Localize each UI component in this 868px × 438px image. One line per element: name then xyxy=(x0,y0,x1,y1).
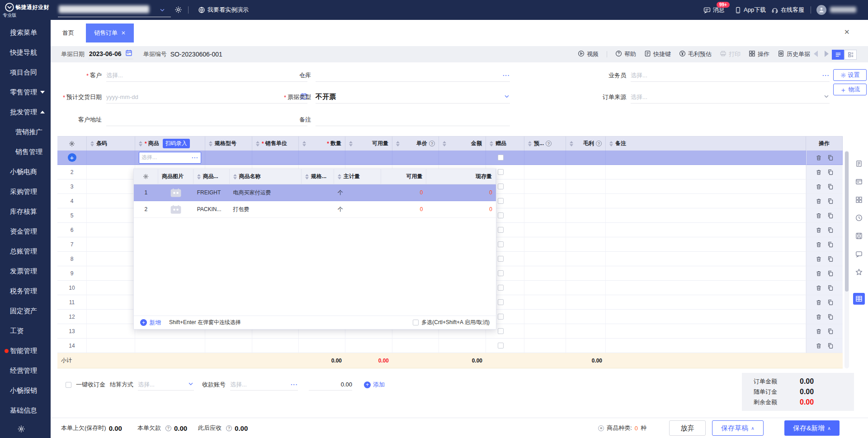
demo-link[interactable]: 我要看实例演示 xyxy=(198,6,249,14)
delete-row-icon[interactable] xyxy=(816,299,822,306)
copy-row-icon[interactable] xyxy=(827,270,834,277)
card-tool-icon[interactable] xyxy=(854,176,864,187)
scrollbar-thumb[interactable] xyxy=(845,151,849,292)
chat-tool-icon[interactable] xyxy=(854,249,864,259)
delete-row-icon[interactable] xyxy=(816,256,822,262)
avatar[interactable] xyxy=(816,5,826,15)
picker-dots-icon[interactable]: ··· xyxy=(822,72,830,79)
view-card-toggle[interactable] xyxy=(844,50,857,60)
add-row-button[interactable]: + xyxy=(68,153,76,162)
copy-row-icon[interactable] xyxy=(827,343,834,349)
gift-checkbox[interactable] xyxy=(498,198,504,204)
sidebar-item-11[interactable]: 总账管理 xyxy=(0,246,51,257)
gift-checkbox[interactable] xyxy=(498,227,504,233)
column-header[interactable]: 可用量 xyxy=(345,136,392,151)
sidebar-item-7[interactable]: 小畅电商 xyxy=(0,166,51,177)
delete-row-icon[interactable] xyxy=(816,328,822,334)
picker-dots-icon[interactable]: ··· xyxy=(503,72,510,79)
tab-home[interactable]: 首页 xyxy=(57,24,80,42)
grid-row-14[interactable]: 14 xyxy=(57,339,843,353)
gift-checkbox[interactable] xyxy=(498,270,504,276)
sidebar-item-10[interactable]: 资金管理 xyxy=(0,226,51,237)
close-panel-icon[interactable]: ✕ xyxy=(844,28,850,36)
action-play[interactable]: 视频 xyxy=(578,50,599,58)
popup-column-header[interactable]: 商品... xyxy=(193,169,230,184)
gift-checkbox[interactable] xyxy=(498,328,504,334)
delete-row-icon[interactable] xyxy=(816,314,822,320)
delete-row-icon[interactable] xyxy=(816,343,822,349)
sidebar-gear-icon[interactable] xyxy=(17,425,25,434)
delete-row-icon[interactable] xyxy=(816,285,822,291)
sidebar-item-19[interactable]: 基础信息 xyxy=(0,405,51,416)
copy-row-icon[interactable] xyxy=(827,299,834,306)
info-icon[interactable]: ? xyxy=(596,141,602,146)
copy-row-icon[interactable] xyxy=(827,314,834,320)
chevron-down-icon[interactable] xyxy=(823,93,830,101)
account-select[interactable]: 选择...··· xyxy=(230,379,298,391)
sort-icon[interactable] xyxy=(139,141,142,146)
sort-icon[interactable] xyxy=(209,141,212,146)
popup-product-row-1[interactable]: 1 FREIGHT 电商买家付运费 个 0 0 xyxy=(134,184,496,201)
sort-icon[interactable] xyxy=(302,141,306,146)
settings-button[interactable]: 设置 xyxy=(833,69,867,81)
sort-icon[interactable] xyxy=(349,141,353,146)
delete-row-icon[interactable] xyxy=(816,270,822,277)
popup-multiselect[interactable]: 多选(Crtl+Shift+A 启用/取消) xyxy=(413,319,490,326)
info-icon[interactable]: ? xyxy=(226,425,232,431)
sort-icon[interactable] xyxy=(570,141,573,146)
sidebar-item-5[interactable]: 营销推广 xyxy=(0,127,51,137)
deposit-amount-input[interactable]: 0.00 xyxy=(309,379,352,391)
quick-deposit-checkbox[interactable] xyxy=(66,382,71,388)
column-header[interactable]: 单价? xyxy=(392,136,439,151)
column-header[interactable]: 备注 xyxy=(606,136,806,151)
product-input[interactable]: 选择...··· xyxy=(139,152,201,164)
chevron-down-icon[interactable] xyxy=(504,93,510,101)
doc-date-picker[interactable]: 2023-06-06 xyxy=(88,49,133,59)
sidebar-item-15[interactable]: 工资 xyxy=(0,325,51,336)
salesman-input[interactable]: 选择...··· xyxy=(631,69,830,82)
sort-icon[interactable] xyxy=(305,174,309,179)
sidebar-item-1[interactable]: 快捷导航 xyxy=(0,47,51,58)
copy-row-icon[interactable] xyxy=(827,328,834,334)
sidebar-item-12[interactable]: 发票管理 xyxy=(0,266,51,277)
delete-row-icon[interactable] xyxy=(816,169,822,175)
online-service-button[interactable]: 在线客服 xyxy=(771,6,804,14)
topbar-gear-icon[interactable] xyxy=(175,6,182,15)
grid-row-1[interactable]: +选择...··· xyxy=(57,151,843,165)
scan-entry-button[interactable]: 扫码录入 xyxy=(163,139,190,148)
info-icon[interactable]: ? xyxy=(165,425,171,431)
copy-row-icon[interactable] xyxy=(827,155,834,161)
column-header[interactable]: 预...? xyxy=(524,136,566,151)
delete-row-icon[interactable] xyxy=(816,227,822,233)
chevron-down-icon[interactable] xyxy=(188,381,194,388)
grid-column-settings-gear-icon[interactable] xyxy=(57,136,87,151)
info-icon[interactable]: ? xyxy=(546,141,552,146)
popup-column-header[interactable]: 商品名称 xyxy=(230,169,302,184)
gift-checkbox[interactable] xyxy=(498,314,504,320)
popup-column-header[interactable]: 主计量 xyxy=(334,169,381,184)
doc-tool-icon[interactable] xyxy=(854,158,864,169)
copy-row-icon[interactable] xyxy=(827,169,834,175)
save-draft-button[interactable]: 保存草稿∧ xyxy=(712,420,764,436)
column-header[interactable]: *商品扫码录入 xyxy=(135,136,205,151)
settle-method-select[interactable]: 选择... xyxy=(138,379,194,391)
action-history[interactable]: 历史单据 xyxy=(778,50,810,58)
popup-settings-gear-icon[interactable] xyxy=(134,169,158,184)
order-source-select[interactable]: 选择... xyxy=(631,91,830,104)
gift-checkbox[interactable] xyxy=(498,184,504,189)
sort-icon[interactable] xyxy=(338,174,341,179)
copy-row-icon[interactable] xyxy=(827,212,834,219)
action-yen[interactable]: 毛利预估 xyxy=(679,50,712,58)
sidebar-item-3[interactable]: 零售管理 xyxy=(0,87,51,98)
sidebar-item-17[interactable]: 经营管理 xyxy=(0,365,51,376)
favorite-star-icon[interactable] xyxy=(854,267,864,278)
gift-checkbox[interactable] xyxy=(498,299,504,305)
app-download-button[interactable]: App下载 xyxy=(735,6,766,14)
history-tool-icon[interactable] xyxy=(854,212,864,223)
gift-checkbox[interactable] xyxy=(498,155,504,160)
active-table-tool-icon[interactable] xyxy=(853,293,865,305)
sidebar-item-9[interactable]: 库存核算 xyxy=(0,206,51,217)
delete-row-icon[interactable] xyxy=(816,198,822,204)
logistics-button[interactable]: ＋ 物流 xyxy=(833,84,867,95)
sort-icon[interactable] xyxy=(90,141,94,146)
